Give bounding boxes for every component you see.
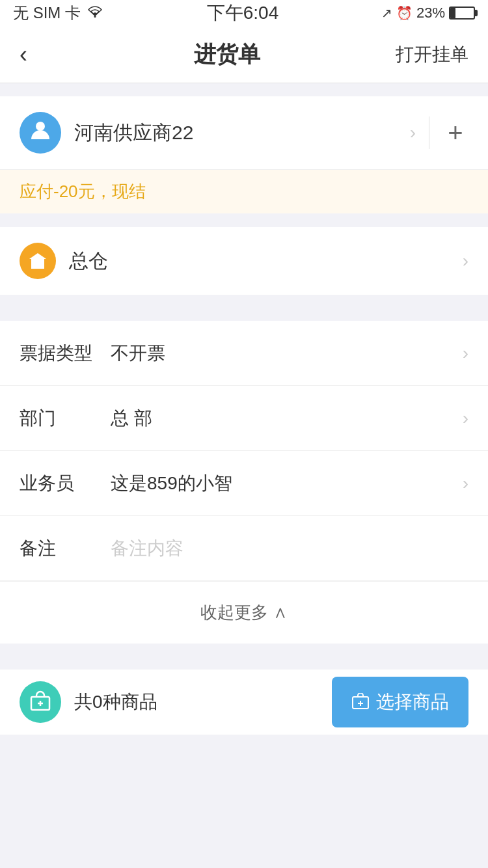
invoice-value: 不开票 (98, 341, 463, 366)
alarm-icon: ⏰ (396, 5, 413, 21)
nav-bar: ‹ 进货单 打开挂单 (0, 26, 488, 83)
select-product-button[interactable]: 选择商品 (332, 677, 468, 727)
form-section: 票据类型 不开票 › 部门 总 部 › 业务员 这是859的小智 › 备注 备注… (0, 321, 488, 644)
supplier-name: 河南供应商22 (74, 120, 410, 146)
notice-text: 应付-20元，现结 (20, 182, 146, 201)
product-section: 共0种商品 选择商品 (0, 670, 488, 735)
status-carrier: 无 SIM 卡 (13, 3, 104, 23)
add-supplier-button[interactable]: + (442, 118, 468, 148)
product-icon (20, 681, 61, 723)
select-product-label: 选择商品 (376, 690, 449, 714)
supplier-section: 河南供应商22 › + 应付-20元，现结 (0, 96, 488, 213)
status-bar: 无 SIM 卡 下午6:04 ↗ ⏰ 23% (0, 0, 488, 26)
salesperson-value: 这是859的小智 (98, 471, 463, 496)
collapse-button[interactable]: 收起更多 ∧ (0, 581, 488, 644)
remark-row[interactable]: 备注 备注内容 (0, 516, 488, 581)
avatar (20, 112, 61, 154)
salesperson-label: 业务员 (20, 471, 98, 496)
back-button[interactable]: ‹ (20, 41, 59, 68)
department-label: 部门 (20, 406, 98, 431)
product-count: 共0种商品 (74, 690, 332, 714)
remark-label: 备注 (20, 536, 98, 561)
salesperson-chevron-icon: › (463, 473, 468, 494)
supplier-chevron-icon: › (410, 122, 416, 143)
department-value: 总 部 (98, 406, 463, 431)
invoice-chevron-icon: › (463, 343, 468, 364)
avatar-person-icon (29, 118, 52, 147)
vertical-divider (429, 116, 429, 149)
warehouse-section: 总仓 › (0, 226, 488, 295)
department-row[interactable]: 部门 总 部 › (0, 386, 488, 451)
section-gap-3 (0, 295, 488, 308)
department-chevron-icon: › (463, 408, 468, 429)
remark-input[interactable]: 备注内容 (98, 536, 468, 561)
warehouse-name: 总仓 (69, 248, 463, 275)
status-time: 下午6:04 (207, 1, 279, 25)
invoice-label: 票据类型 (20, 341, 98, 366)
status-right: ↗ ⏰ 23% (381, 5, 475, 21)
collapse-label: 收起更多 ∧ (200, 603, 287, 622)
carrier-text: 无 SIM 卡 (13, 3, 81, 23)
supplier-row[interactable]: 河南供应商22 › + (0, 96, 488, 170)
section-gap-1 (0, 83, 488, 96)
svg-point-0 (94, 16, 96, 18)
battery-percent: 23% (416, 5, 445, 21)
section-gap-4 (0, 644, 488, 657)
warehouse-chevron-icon: › (463, 251, 468, 271)
battery-icon (449, 7, 475, 20)
notice-bar: 应付-20元，现结 (0, 170, 488, 213)
salesperson-row[interactable]: 业务员 这是859的小智 › (0, 451, 488, 516)
section-gap-2 (0, 213, 488, 226)
page-title: 进货单 (194, 40, 260, 70)
invoice-row[interactable]: 票据类型 不开票 › (0, 321, 488, 386)
warehouse-row[interactable]: 总仓 › (0, 226, 488, 295)
warehouse-icon (20, 243, 56, 279)
location-icon: ↗ (381, 5, 392, 21)
svg-point-1 (36, 122, 45, 131)
wifi-icon (86, 4, 104, 22)
page-background (0, 735, 488, 868)
open-pending-button[interactable]: 打开挂单 (396, 42, 468, 67)
